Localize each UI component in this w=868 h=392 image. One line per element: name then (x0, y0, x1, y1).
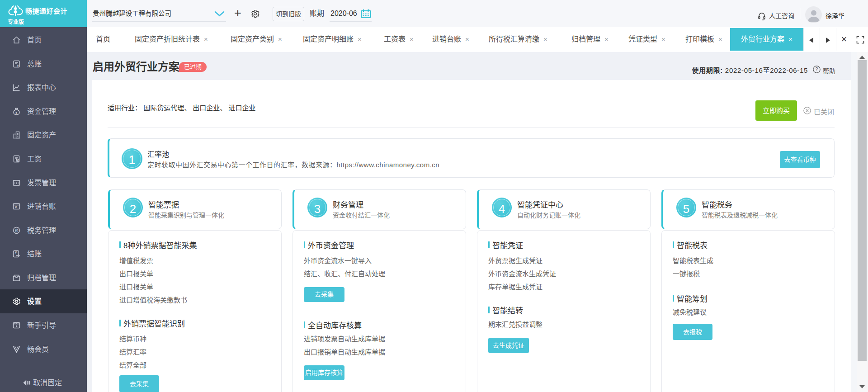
svg-text:?: ? (816, 66, 818, 72)
svg-text:¥: ¥ (15, 111, 18, 115)
svg-text:¥: ¥ (17, 159, 19, 162)
svg-text:税: 税 (15, 228, 19, 233)
svg-text:¥: ¥ (15, 205, 17, 209)
svg-text:¥: ¥ (15, 251, 17, 254)
